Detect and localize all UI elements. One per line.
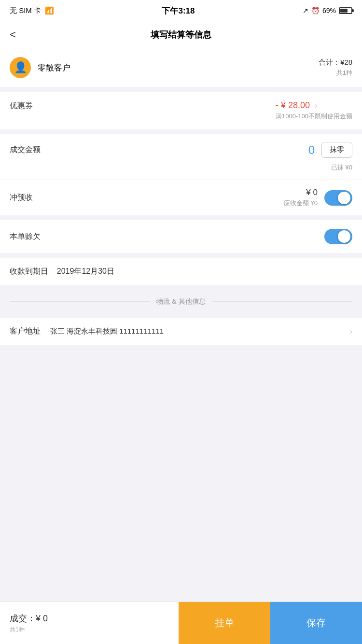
- round-button[interactable]: 抹零: [321, 142, 352, 158]
- carrier-label: 无 SIM 卡: [10, 6, 41, 15]
- due-date-label: 收款到期日 2019年12月30日: [10, 267, 114, 275]
- debt-toggle-knob: [338, 230, 350, 243]
- battery-icon: [339, 7, 352, 14]
- customer-total: 合计：¥28: [319, 58, 352, 67]
- prepay-receivable: 应收金额 ¥0: [284, 199, 318, 208]
- deal-label: 成交：: [10, 614, 36, 623]
- status-time: 下午3:18: [162, 5, 195, 16]
- already-rounded: 已抹 ¥0: [331, 163, 352, 172]
- logistics-divider: 物流 & 其他信息: [0, 290, 362, 313]
- amount-sub-row: 已抹 ¥0: [0, 162, 362, 180]
- content: 👤 零散客户 合计：¥28 共1种 优惠券 - ¥ 28.00 › 满1000-…: [0, 48, 362, 398]
- amount-label: 成交金额: [10, 144, 41, 155]
- due-date-section: 收款到期日 2019年12月30日: [0, 258, 362, 285]
- address-label: 客户地址: [10, 326, 41, 336]
- location-icon: ↗: [303, 7, 308, 14]
- debt-toggle[interactable]: [324, 229, 352, 244]
- due-date-value: 2019年12月30日: [57, 267, 114, 275]
- customer-count: 共1种: [319, 69, 352, 77]
- prepay-values: ¥ 0 应收金额 ¥0: [284, 188, 318, 208]
- status-right: ↗ ⏰ 69%: [303, 7, 352, 14]
- address-chevron-icon: ›: [350, 327, 352, 336]
- coupon-section[interactable]: 优惠券 - ¥ 28.00 › 满1000-100不限制使用金额: [0, 92, 362, 129]
- coupon-right: - ¥ 28.00 › 满1000-100不限制使用金额: [276, 100, 352, 121]
- coupon-discount: - ¥ 28.00: [276, 100, 310, 111]
- amount-right: 0 抹零: [308, 142, 352, 158]
- deal-value: ¥ 0: [36, 614, 48, 623]
- bottom-bar: 成交：¥ 0 共1种 挂单 保存: [0, 602, 362, 644]
- logistics-label: 物流 & 其他信息: [150, 297, 212, 305]
- amount-prepay-section: 成交金额 0 抹零 已抹 ¥0 冲预收 ¥ 0 应收金额 ¥0: [0, 134, 362, 215]
- prepay-right: ¥ 0 应收金额 ¥0: [284, 188, 352, 208]
- status-bar: 无 SIM 卡 📶 下午3:18 ↗ ⏰ 69%: [0, 0, 362, 21]
- nav-bar: < 填写结算等信息: [0, 21, 362, 48]
- amount-value[interactable]: 0: [308, 143, 315, 157]
- coupon-label: 优惠券: [10, 100, 33, 111]
- prepay-row: 冲预收 ¥ 0 应收金额 ¥0: [0, 180, 362, 215]
- bottom-count: 共1种: [10, 626, 169, 634]
- address-value: 张三 海淀永丰科技园 11111111111: [50, 327, 348, 336]
- nav-title: 填写结算等信息: [151, 29, 211, 41]
- battery-label: 69%: [322, 7, 336, 14]
- amount-row: 成交金额 0 抹零: [0, 134, 362, 162]
- bottom-info: 成交：¥ 0 共1种: [0, 613, 179, 634]
- debt-label: 本单赊欠: [10, 231, 41, 242]
- due-date-label-text: 收款到期日: [10, 267, 48, 275]
- save-button[interactable]: 保存: [270, 602, 362, 644]
- customer-avatar: 👤: [10, 57, 31, 78]
- toggle-knob: [338, 192, 350, 204]
- prepay-label: 冲预收: [10, 192, 33, 203]
- customer-right: 合计：¥28 共1种: [319, 58, 352, 77]
- customer-name: 零散客户: [38, 62, 70, 73]
- bottom-deal: 成交：¥ 0: [10, 613, 169, 624]
- status-left: 无 SIM 卡 📶: [10, 6, 54, 15]
- customer-left: 👤 零散客户: [10, 57, 70, 78]
- alarm-icon: ⏰: [311, 7, 320, 14]
- address-section[interactable]: 客户地址 张三 海淀永丰科技园 11111111111 ›: [0, 318, 362, 345]
- back-button[interactable]: <: [10, 28, 16, 41]
- coupon-description: 满1000-100不限制使用金额: [276, 112, 352, 121]
- customer-row: 👤 零散客户 合计：¥28 共1种: [0, 48, 362, 87]
- debt-section: 本单赊欠: [0, 220, 362, 253]
- prepay-amount: ¥ 0: [284, 188, 318, 197]
- chevron-right-icon: ›: [315, 101, 317, 110]
- hang-button[interactable]: 挂单: [179, 602, 270, 644]
- wifi-icon: 📶: [45, 6, 54, 15]
- prepay-toggle[interactable]: [324, 190, 352, 206]
